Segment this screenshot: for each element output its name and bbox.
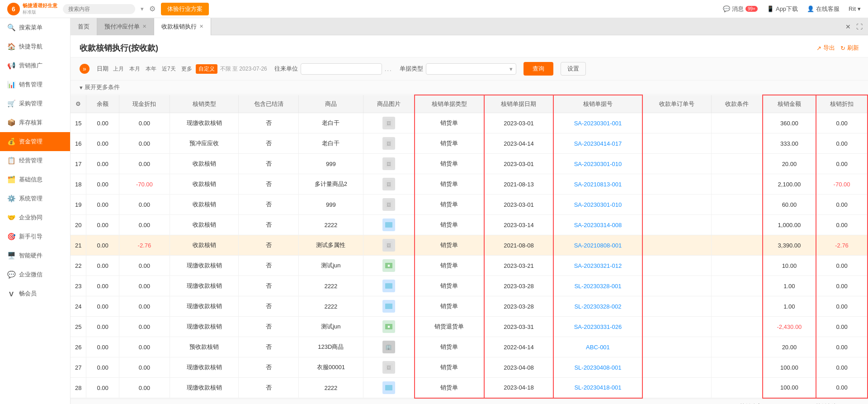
bill-no-link[interactable]: SL-20230418-001 xyxy=(574,384,621,391)
product-cell: 2222 xyxy=(298,215,363,235)
bill-no-cell[interactable]: SA-20230314-008 xyxy=(553,215,642,235)
filter-expand-button[interactable]: » xyxy=(80,64,90,74)
sidebar-item-inventory[interactable]: 📦 库存核算 xyxy=(0,113,70,132)
svg-text:🖼: 🖼 xyxy=(387,365,391,370)
bill-no-cell[interactable]: SA-20230301-010 xyxy=(553,154,642,174)
writeoff-amount-cell: 1.00 xyxy=(763,276,816,296)
sidebar-item-cooperation[interactable]: 🤝 企业协同 xyxy=(0,208,70,227)
product-image: 🏢 xyxy=(382,341,395,353)
bill-no-link[interactable]: SA-20230414-017 xyxy=(574,140,622,147)
seq-cell: 28 xyxy=(71,378,86,398)
tab-close-writeoff[interactable]: ✕ xyxy=(199,24,203,29)
trial-button[interactable]: 体验行业方案 xyxy=(161,3,209,15)
sidebar-item-shortcut[interactable]: 🏠 快捷导航 xyxy=(0,37,70,56)
maximize-button[interactable]: ⛶ xyxy=(854,21,864,32)
product-image: 🖼 xyxy=(382,117,395,129)
sidebar-item-search[interactable]: 🔍 搜索菜单 xyxy=(0,18,70,37)
sidebar-item-hardware[interactable]: 🖥️ 智能硬件 xyxy=(0,246,70,265)
bill-no-cell[interactable]: SL-20230418-001 xyxy=(553,378,642,398)
bill-no-link[interactable]: SL-20230328-002 xyxy=(574,303,621,310)
bill-no-link[interactable]: SL-20230408-001 xyxy=(574,364,621,371)
tab-close-prepaid[interactable]: ✕ xyxy=(142,24,146,29)
writeoff-type-cell: 收款核销 xyxy=(170,195,239,215)
cash-discount-cell: 0.00 xyxy=(119,154,170,174)
bill-no-cell[interactable]: ABC-001 xyxy=(553,337,642,357)
bill-type-cell: 销货单 xyxy=(415,337,484,357)
bill-no-link[interactable]: SA-20230301-010 xyxy=(574,201,622,208)
receipt-order-no-cell xyxy=(642,174,712,195)
bill-no-link[interactable]: ABC-001 xyxy=(586,344,610,351)
bill-no-link[interactable]: SL-20230328-001 xyxy=(574,283,621,290)
bill-no-link[interactable]: SA-20210808-001 xyxy=(574,242,622,249)
settings-button[interactable]: 设置 xyxy=(561,62,586,76)
search-input[interactable] xyxy=(63,4,135,14)
app-download[interactable]: 📱 App下载 xyxy=(767,5,798,13)
online-service[interactable]: 👤 在线客服 xyxy=(807,5,840,13)
refresh-button[interactable]: ↻ 刷新 xyxy=(840,44,859,52)
svg-text:🖼: 🖼 xyxy=(387,121,391,126)
chevron-down-icon: ▾ xyxy=(141,5,144,12)
includes-settled-cell: 否 xyxy=(239,296,298,317)
sidebar-item-operation[interactable]: 📋 经营管理 xyxy=(0,151,70,170)
bill-no-link[interactable]: SA-20230314-008 xyxy=(574,222,622,228)
message-badge[interactable]: 💬 消息 99+ xyxy=(723,5,758,13)
sidebar-item-basic[interactable]: 🗂️ 基础信息 xyxy=(0,170,70,189)
bill-no-cell[interactable]: SL-20230328-001 xyxy=(553,276,642,296)
sidebar-item-system[interactable]: ⚙️ 系统管理 xyxy=(0,189,70,208)
sidebar-item-sales[interactable]: 📊 销售管理 xyxy=(0,75,70,94)
date-btn-last-month[interactable]: 上月 xyxy=(111,64,126,74)
writeoff-type-cell: 收款核销 xyxy=(170,215,239,235)
bill-no-cell[interactable]: SA-20230414-017 xyxy=(553,133,642,154)
table-container[interactable]: ⚙ 余额 现金折扣 核销类型 包含已结清 商品 商品图片 核销单据类型 核销单据… xyxy=(71,95,868,404)
export-button[interactable]: ↗ 导出 xyxy=(816,44,835,52)
balance-cell: 0.00 xyxy=(86,174,119,195)
table-row: 18 0.00 -70.00 收款核销 否 多计量商品2 🖼 销货单 2021-… xyxy=(71,174,868,195)
tab-writeoff[interactable]: 收款核销执行 ✕ xyxy=(154,18,211,35)
total-amount-label: 核销金额 xyxy=(740,403,763,404)
query-button[interactable]: 查询 xyxy=(524,62,553,76)
expand-conditions-button[interactable]: ▾ 展开更多条件 xyxy=(80,83,120,91)
includes-settled-cell: 否 xyxy=(239,215,298,235)
th-gear[interactable]: ⚙ xyxy=(71,95,86,113)
writeoff-type-cell: 现缴收款核销 xyxy=(170,378,239,398)
bill-no-link[interactable]: SA-20230331-026 xyxy=(574,323,622,330)
sidebar-item-finance[interactable]: 💰 资金管理 xyxy=(0,132,70,151)
bill-no-cell[interactable]: SA-20210813-001 xyxy=(553,174,642,195)
date-btn-custom[interactable]: 自定义 xyxy=(196,64,217,74)
sidebar-item-guide[interactable]: 🎯 新手引导 xyxy=(0,227,70,246)
date-btn-this-month[interactable]: 本月 xyxy=(127,64,142,74)
bill-no-link[interactable]: SA-20230301-010 xyxy=(574,161,622,167)
settings-gear-icon[interactable]: ⚙ xyxy=(149,5,156,13)
writeoff-discount-cell: 0.00 xyxy=(816,256,868,276)
date-btn-this-year[interactable]: 本年 xyxy=(144,64,158,74)
balance-cell: 0.00 xyxy=(86,235,119,256)
bill-no-cell[interactable]: SA-20230331-026 xyxy=(553,317,642,337)
bill-no-cell[interactable]: SL-20230328-002 xyxy=(553,296,642,317)
bill-no-link[interactable]: SA-20230301-001 xyxy=(574,120,622,127)
table-row: 27 0.00 0.00 现缴收款核销 否 衣服00001 🖼 销货单 2023… xyxy=(71,357,868,378)
bill-no-cell[interactable]: SA-20210808-001 xyxy=(553,235,642,256)
system-icon: ⚙️ xyxy=(7,195,15,203)
sidebar-item-wechat[interactable]: 💬 企业微信 xyxy=(0,265,70,284)
bill-no-cell[interactable]: SL-20230408-001 xyxy=(553,357,642,378)
receipt-order-no-cell xyxy=(642,195,712,215)
sidebar-item-purchase[interactable]: 🛒 采购管理 xyxy=(0,94,70,113)
close-tab-button[interactable]: ✕ xyxy=(844,21,853,32)
bill-type-cell: 销货单 xyxy=(415,195,484,215)
page-container: 收款核销执行(按收款) ↗ 导出 ↻ 刷新 » 日期 xyxy=(71,35,868,404)
bill-no-link[interactable]: SA-20230321-012 xyxy=(574,262,622,269)
logo-subtitle: 畅捷通谱好生意 xyxy=(23,2,57,9)
date-btn-7days[interactable]: 近7天 xyxy=(160,64,178,74)
bill-no-cell[interactable]: SA-20230321-012 xyxy=(553,256,642,276)
tab-home[interactable]: 首页 xyxy=(71,18,97,35)
order-type-select[interactable] xyxy=(426,63,516,75)
bill-no-cell[interactable]: SA-20230301-001 xyxy=(553,113,642,133)
bill-no-link[interactable]: SA-20210813-001 xyxy=(574,181,622,188)
tab-prepaid[interactable]: 预付冲应付单 ✕ xyxy=(97,18,154,35)
sidebar-item-marketing[interactable]: 📢 营销推广 xyxy=(0,56,70,75)
date-btn-more[interactable]: 更多 xyxy=(179,64,194,74)
user-name[interactable]: Rit ▾ xyxy=(849,5,861,12)
bill-no-cell[interactable]: SA-20230301-010 xyxy=(553,195,642,215)
sidebar-item-member[interactable]: V 畅会员 xyxy=(0,284,70,303)
unit-input[interactable] xyxy=(301,63,382,75)
